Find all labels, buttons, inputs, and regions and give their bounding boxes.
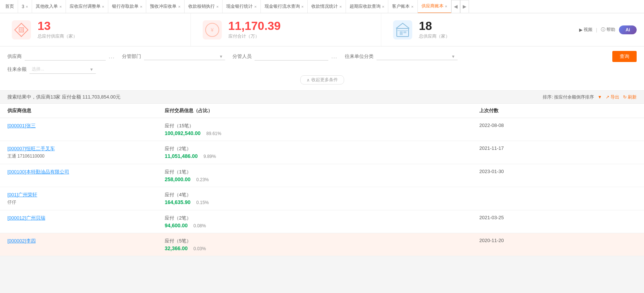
filter-balance: 往来余额 选择... ▼ — [7, 65, 96, 74]
filter-dept: 分管部门 ▼ — [122, 53, 225, 60]
trans-type: 应付（2笔） — [165, 215, 479, 221]
top-navigation: 首页 3 × 其他收入单 × 应收应付调整单 × 银行存取款单 × 预收冲应收单… — [0, 0, 644, 13]
refresh-button[interactable]: ↻ 刷新 — [623, 94, 637, 100]
supplier-label: 供应商 — [7, 53, 22, 60]
tab-bank-deposit[interactable]: 银行存取款单 × — [108, 0, 146, 13]
supplier-input[interactable] — [25, 52, 106, 61]
tab-customer-ledger-label: 客户账本 — [392, 3, 410, 10]
close-icon[interactable]: × — [59, 4, 62, 9]
tab-customer-ledger[interactable]: 客户账本 × — [388, 0, 417, 13]
person-dots[interactable]: ... — [331, 53, 337, 60]
supplier-link[interactable]: [000100]本特勤油品有限公司 — [7, 169, 69, 175]
collapse-button[interactable]: ∧ 收起更多条件 — [300, 75, 344, 85]
supplier-info-cell: [001]广州荣轩 仔仔 — [7, 192, 165, 206]
export-button[interactable]: ↗ 导出 — [606, 94, 619, 100]
tab-3[interactable]: 3 × — [18, 0, 32, 13]
stat-payable-text: 13 总应付供应商（家） — [38, 20, 77, 39]
question-icon: ⓘ — [601, 27, 605, 33]
trans-type: 应付（1笔） — [165, 169, 479, 175]
stat-total-suppliers: 18 总供应商（家） — [381, 13, 572, 46]
filter-unit-type: 往来单位分类 ▼ — [345, 53, 458, 60]
tab-prepay[interactable]: 预收冲应收单 × — [146, 0, 184, 13]
trans-type: 应付（15笔） — [165, 123, 479, 129]
trans-amount: 32,366.00 — [165, 245, 188, 251]
ai-badge-label: Ai — [626, 27, 630, 32]
tab-home[interactable]: 首页 — [1, 0, 18, 13]
last-pay-date: 2021-03-25 — [479, 215, 504, 220]
tab-other-income[interactable]: 其他收入单 × — [32, 0, 66, 13]
stats-bar: 供 13 总应付供应商（家） ¥ 11,170.39 应付合计（万） — [0, 13, 644, 46]
supplier-info-cell: [000002]李四 — [7, 238, 165, 251]
close-icon[interactable]: × — [254, 4, 256, 9]
store-icon — [392, 20, 413, 40]
last-pay-date: 2020-11-20 — [479, 238, 504, 243]
tab-cash-bank-stats[interactable]: 现金银行统计 × — [223, 0, 260, 13]
supplier-link[interactable]: [000012]广州贝瑞 — [7, 215, 45, 221]
close-icon[interactable]: × — [26, 4, 28, 9]
trans-amount: 100,092,540.00 — [165, 130, 200, 136]
tab-supplier-ledger[interactable]: 供应商账本 × — [418, 0, 451, 13]
svg-text:供: 供 — [20, 28, 24, 32]
refresh-icon: ↻ — [623, 94, 627, 100]
query-button[interactable]: 查询 — [612, 51, 637, 62]
close-icon[interactable]: × — [339, 4, 342, 9]
tab-overdue[interactable]: 超期应收款查询 × — [346, 0, 388, 13]
svg-rect-7 — [400, 31, 403, 35]
tab-collection[interactable]: 收款核销执行 × — [185, 0, 223, 13]
dept-select[interactable]: ▼ — [144, 53, 225, 60]
video-link[interactable]: ▶ 视频 — [579, 27, 592, 33]
col-last-pay: 上次付数 — [479, 107, 637, 114]
close-icon[interactable]: × — [301, 4, 304, 9]
stat-total-payable: ¥ 11,170.39 应付合计（万） — [191, 13, 382, 46]
nav-next-arrow[interactable]: ▶ — [460, 0, 469, 13]
close-icon[interactable]: × — [411, 4, 413, 9]
chevron-down-icon: ▼ — [451, 54, 455, 59]
divider: | — [596, 27, 597, 32]
last-pay-cell: 2023-01-30 — [479, 169, 637, 182]
result-info: 搜索结果中，供应商13家 应付金额 111,703,854.00元 — [7, 94, 120, 100]
table-row: [000100]本特勤油品有限公司 应付（1笔） 258,000.00 0.23… — [0, 164, 644, 187]
close-icon[interactable]: × — [216, 4, 218, 9]
close-icon[interactable]: × — [382, 4, 384, 9]
trans-amount: 94,600.00 — [165, 223, 188, 228]
col-trans-info: 应付交易信息（占比） — [165, 107, 479, 114]
help-label: 帮助 — [606, 27, 615, 33]
table-row: [000002]李四 应付（5笔） 32,366.00 0.03% 2020-1… — [0, 233, 644, 256]
stat-payable-number: 13 — [38, 20, 77, 32]
tab-collection-stats[interactable]: 收款情况统计 × — [308, 0, 346, 13]
trans-percent: 89.61% — [206, 131, 221, 136]
tab-ar-ap-adjust[interactable]: 应收应付调整单 × — [66, 0, 108, 13]
person-label: 分管人员 — [232, 53, 252, 60]
table-header: 供应商信息 应付交易信息（占比） 上次付数 — [0, 104, 644, 118]
balance-select[interactable]: 选择... ▼ — [29, 65, 96, 74]
tab-other-income-label: 其他收入单 — [36, 3, 58, 10]
tab-supplier-ledger-label: 供应商账本 — [421, 3, 444, 9]
supplier-info-cell: [000001]张三 — [7, 123, 165, 136]
nav-prev-arrow[interactable]: ◀ — [451, 0, 460, 13]
person-input[interactable] — [255, 52, 328, 61]
close-icon[interactable]: × — [178, 4, 180, 9]
supplier-icon: 供 — [11, 20, 32, 40]
unit-select[interactable]: ▼ — [377, 53, 458, 60]
close-icon[interactable]: × — [445, 4, 447, 8]
help-link[interactable]: ⓘ 帮助 — [601, 27, 615, 33]
supplier-link[interactable]: [001]广州荣轩 — [7, 192, 37, 197]
supplier-link[interactable]: [000007]恒旺二手叉车 — [7, 146, 55, 151]
tab-cash-flow[interactable]: 现金银行流水查询 × — [261, 0, 308, 13]
close-icon[interactable]: × — [102, 4, 104, 9]
result-actions: 排序: 按应付余额倒序排序 ▼ ↗ 导出 ↻ 刷新 — [543, 94, 637, 100]
supplier-info-cell: [000012]广州贝瑞 — [7, 215, 165, 228]
supplier-link[interactable]: [000002]李四 — [7, 238, 36, 244]
last-pay-date: 2022-08-08 — [479, 123, 504, 128]
stat-total-text: 18 总供应商（家） — [419, 20, 450, 39]
balance-label: 往来余额 — [7, 66, 27, 73]
tab-cash-flow-label: 现金银行流水查询 — [265, 3, 300, 10]
supplier-link[interactable]: [000001]张三 — [7, 123, 36, 128]
stat-amount-number: 11,170.39 — [228, 20, 281, 32]
sort-label[interactable]: 排序: 按应付余额倒序排序 — [543, 94, 594, 100]
collapse-bar: ∧ 收起更多条件 — [7, 74, 637, 86]
help-area: ▶ 视频 | ⓘ 帮助 Ai — [572, 13, 644, 46]
supplier-dots[interactable]: ... — [109, 53, 115, 60]
close-icon[interactable]: × — [140, 4, 142, 9]
ai-badge[interactable]: Ai — [619, 25, 637, 34]
